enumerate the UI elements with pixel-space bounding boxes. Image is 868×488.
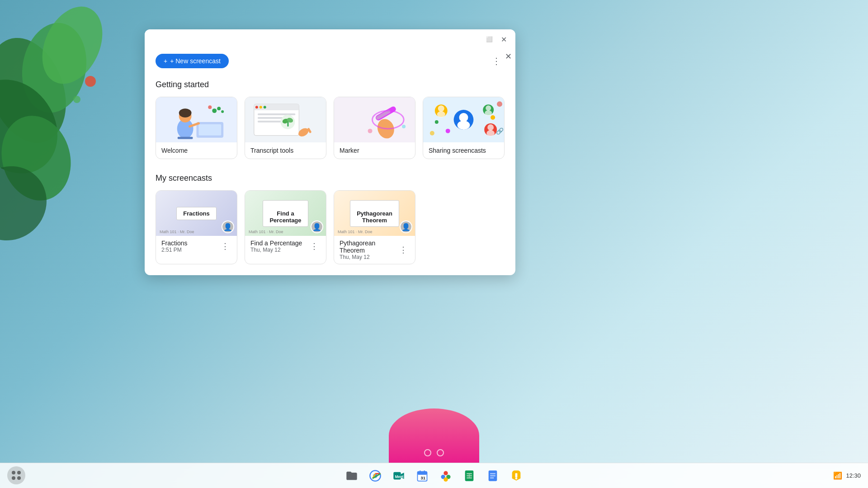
transcript-tools-card[interactable]: Transcript tools — [245, 97, 326, 159]
fractions-info: Fractions 2:51 PM ⋮ — [156, 236, 237, 257]
fractions-date: 2:51 PM — [161, 247, 219, 253]
my-screencasts-title: My screencasts — [156, 174, 505, 183]
photos-taskbar-icon[interactable] — [436, 466, 456, 486]
svg-point-41 — [402, 125, 406, 128]
marker-card[interactable]: Marker — [334, 97, 415, 159]
app-header: + + New screencast ⋮ — [156, 49, 505, 76]
welcome-illustration — [156, 97, 237, 142]
svg-rect-66 — [418, 471, 427, 474]
find-percentage-title: Find a Percentage — [250, 239, 308, 247]
find-percentage-card[interactable]: Find a Percentage Math 101 · Mr. Doe 👤 — [245, 190, 326, 264]
find-percentage-date: Thu, May 12 — [250, 247, 308, 253]
svg-point-50 — [486, 105, 491, 111]
window-content: ✕ + + New screencast ⋮ Getting started — [145, 49, 515, 275]
pythagorean-thumbnail: Pythagorean Theorem Math 101 · Mr. Doe 👤 — [334, 191, 415, 236]
svg-text:Meet: Meet — [395, 474, 404, 479]
svg-point-7 — [73, 96, 80, 103]
new-screencast-button[interactable]: + + New screencast — [156, 54, 229, 68]
pythagorean-card[interactable]: Pythagorean Theorem Math 101 · Mr. Doe 👤 — [334, 190, 415, 264]
content-close-button[interactable]: ✕ — [501, 49, 515, 64]
find-percentage-slide-meta: Math 101 · Mr. Doe — [249, 230, 283, 234]
fractions-slide-text: Fractions — [183, 210, 210, 217]
svg-point-56 — [435, 120, 439, 124]
chrome-taskbar-icon[interactable] — [365, 466, 385, 486]
svg-rect-35 — [334, 97, 415, 142]
fractions-slide-meta: Math 101 · Mr. Doe — [160, 230, 194, 234]
svg-text:31: 31 — [421, 476, 425, 480]
maximize-button[interactable]: ⬜ — [483, 33, 495, 46]
plus-icon: + — [164, 57, 167, 65]
transcript-thumbnail — [245, 97, 326, 142]
nav-circle-1[interactable] — [424, 449, 431, 456]
more-vert-icon: ⋮ — [492, 56, 501, 66]
close-window-button[interactable]: ✕ — [497, 33, 510, 46]
svg-rect-23 — [255, 106, 258, 108]
svg-point-55 — [491, 115, 495, 120]
svg-point-57 — [446, 129, 450, 133]
sheets-taskbar-icon[interactable] — [459, 466, 479, 486]
find-percentage-avatar: 👤 — [311, 221, 323, 233]
find-percentage-info: Find a Percentage Thu, May 12 ⋮ — [245, 236, 326, 257]
docs-taskbar-icon[interactable] — [483, 466, 503, 486]
find-percentage-menu-icon: ⋮ — [310, 241, 318, 251]
fractions-menu-icon: ⋮ — [221, 241, 229, 251]
pythagorean-title: Pythagorean Theorem — [340, 239, 397, 254]
fractions-meta: Fractions 2:51 PM — [161, 239, 219, 253]
window-titlebar: ⬜ ✕ — [145, 29, 515, 49]
svg-point-60 — [497, 101, 502, 107]
pythagorean-menu-icon: ⋮ — [399, 245, 407, 255]
svg-point-6 — [85, 76, 96, 87]
marker-thumbnail — [334, 97, 415, 142]
tutorial-cards-grid: Welcome — [156, 97, 505, 159]
sharing-thumbnail: 🔗 — [423, 97, 504, 142]
getting-started-title: Getting started — [156, 80, 505, 89]
find-percentage-slide-text: Find a Percentage — [269, 210, 301, 224]
keep-taskbar-icon[interactable] — [506, 466, 526, 486]
svg-rect-27 — [258, 117, 285, 119]
svg-rect-83 — [515, 473, 518, 477]
pythagorean-slide-text: Pythagorean Theorem — [357, 210, 392, 224]
svg-point-47 — [438, 105, 444, 112]
system-tray: 📶 12:30 — [833, 463, 861, 488]
svg-point-13 — [179, 108, 192, 117]
svg-rect-81 — [490, 475, 495, 476]
fractions-menu-button[interactable]: ⋮ — [219, 240, 231, 253]
svg-point-15 — [212, 108, 217, 113]
pythagorean-meta: Pythagorean Theorem Thu, May 12 — [340, 239, 397, 260]
svg-rect-25 — [264, 106, 266, 108]
svg-point-53 — [487, 124, 494, 131]
welcome-thumbnail — [156, 97, 237, 142]
sharing-illustration: 🔗 — [423, 97, 504, 142]
svg-point-51 — [485, 110, 492, 116]
svg-rect-10 — [198, 124, 221, 136]
plant-decoration-left — [0, 0, 145, 316]
taskbar-center: Meet 31 — [342, 466, 526, 486]
svg-point-16 — [217, 107, 221, 110]
find-percentage-menu-button[interactable]: ⋮ — [308, 240, 321, 253]
transcript-tools-label: Transcript tools — [245, 142, 326, 159]
launcher-button[interactable] — [7, 466, 25, 484]
svg-point-17 — [221, 110, 224, 113]
meet-taskbar-icon[interactable]: Meet — [389, 466, 409, 486]
nav-circle-2[interactable] — [437, 449, 444, 456]
pythagorean-menu-button[interactable]: ⋮ — [397, 244, 410, 256]
pythagorean-slide-meta: Math 101 · Mr. Doe — [338, 230, 373, 234]
marker-illustration — [334, 97, 415, 142]
sharing-screencasts-card[interactable]: 🔗 Sharing screencasts — [423, 97, 505, 159]
svg-point-18 — [208, 105, 212, 109]
fractions-title: Fractions — [161, 239, 219, 247]
my-screencasts-section: My screencasts Fractions Math 101 · Mr. … — [156, 174, 505, 264]
files-taskbar-icon[interactable] — [342, 466, 362, 486]
svg-rect-26 — [258, 113, 296, 115]
find-percentage-thumbnail: Find a Percentage Math 101 · Mr. Doe 👤 — [245, 191, 326, 236]
app-window: ⬜ ✕ ✕ + + New screencast ⋮ Getting start… — [145, 29, 515, 275]
fractions-card[interactable]: Fractions Math 101 · Mr. Doe 👤 — [156, 190, 237, 264]
transcript-illustration — [245, 97, 326, 142]
svg-point-70 — [443, 471, 448, 475]
welcome-card[interactable]: Welcome — [156, 97, 237, 159]
bottom-nav-circles — [424, 449, 444, 456]
welcome-label: Welcome — [156, 142, 237, 159]
system-time: 12:30 — [846, 472, 861, 479]
calendar-taskbar-icon[interactable]: 31 — [412, 466, 432, 486]
pythagorean-info: Pythagorean Theorem Thu, May 12 ⋮ — [334, 236, 415, 264]
